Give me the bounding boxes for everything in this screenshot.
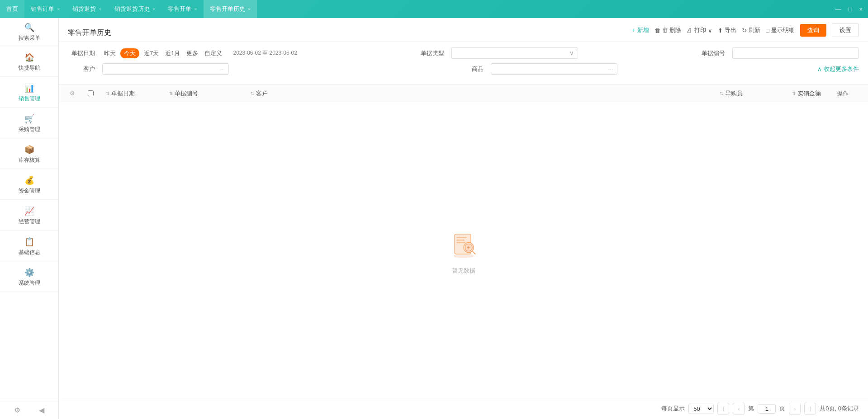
svg-point-0	[453, 254, 474, 258]
tab-sales-return-close[interactable]: ×	[99, 6, 101, 12]
window-close[interactable]: ×	[859, 6, 863, 13]
sidebar-item-system[interactable]: ⚙️ 系统管理	[0, 261, 58, 292]
display-detail-button[interactable]: □ 显示明细	[766, 26, 795, 34]
tab-sales-return-history-close[interactable]: ×	[152, 6, 155, 12]
tab-retail-history[interactable]: 零售开单历史 ×	[204, 0, 257, 18]
window-controls: — □ ×	[835, 6, 868, 13]
sidebar-item-sales[interactable]: 📊 销售管理	[0, 77, 58, 108]
settings-button[interactable]: 设置	[832, 24, 859, 37]
display-label: 显示明细	[771, 26, 795, 34]
collapse-icon[interactable]: ◀	[39, 406, 44, 414]
goods-select[interactable]: ···	[491, 63, 617, 75]
sidebar-item-quick-nav[interactable]: 🏠 快捷导航	[0, 46, 58, 77]
sort-date-icon[interactable]: ⇅	[106, 91, 109, 96]
svg-line-7	[472, 251, 475, 254]
column-customer-label: 客户	[256, 89, 268, 98]
svg-rect-2	[456, 237, 466, 238]
sidebar-search-label: 搜索采单	[19, 34, 40, 42]
print-button[interactable]: 🖨 打印 ∨	[687, 26, 712, 34]
tab-sales-return-history[interactable]: 销货退货历史 ×	[108, 0, 161, 18]
last-page-button[interactable]: ⟩	[804, 403, 816, 414]
tab-retail-history-label: 零售开单历史	[210, 5, 245, 13]
export-button[interactable]: ⬆ 导出	[718, 26, 736, 34]
sort-guide-icon[interactable]: ⇅	[720, 91, 723, 96]
collapse-button[interactable]: ∧ 收起更多条件	[817, 65, 859, 73]
per-page-select[interactable]: 50 10 20 100	[688, 404, 714, 414]
sidebar-search[interactable]: 🔍 搜索采单	[0, 18, 58, 46]
last-page-icon: ⟩	[809, 405, 811, 412]
tab-sales-return-label: 销货退货	[72, 5, 96, 13]
empty-text: 暂无数据	[452, 267, 475, 275]
date-shortcuts: 昨天 今天 近7天 近1月 更多 自定义	[102, 48, 224, 58]
display-checkbox-icon: □	[766, 27, 769, 34]
collapse-label: 收起更多条件	[824, 65, 859, 73]
finance-icon: 💰	[24, 175, 34, 185]
tab-sales-return[interactable]: 销货退货 ×	[66, 0, 108, 18]
delete-button[interactable]: 🗑 🗑 删除	[655, 26, 682, 34]
tab-sales-order[interactable]: 销售订单 ×	[24, 0, 66, 18]
sidebar-item-system-label: 系统管理	[19, 279, 40, 287]
doc-type-select[interactable]: ∨	[451, 47, 578, 59]
goods-dots-icon[interactable]: ···	[608, 66, 613, 72]
next-page-button[interactable]: ›	[789, 403, 801, 414]
prev-page-button[interactable]: ‹	[733, 403, 745, 414]
date-shortcut-last-month[interactable]: 近1月	[163, 48, 182, 58]
prev-page-icon: ‹	[738, 405, 740, 412]
sort-customer-icon[interactable]: ⇅	[251, 91, 254, 96]
refresh-button[interactable]: ↻ 刷新	[742, 26, 760, 34]
customer-filter-label: 客户	[68, 65, 95, 73]
svg-rect-4	[456, 242, 465, 243]
first-page-icon: ⟨	[722, 405, 725, 412]
select-all-checkbox[interactable]	[88, 90, 94, 96]
system-icon: ⚙️	[24, 268, 34, 278]
tab-retail-history-close[interactable]: ×	[248, 6, 251, 12]
add-button[interactable]: + 新增	[632, 26, 649, 34]
tab-retail-open[interactable]: 零售开单 ×	[161, 0, 203, 18]
filter-row-2: 客户 ··· 商品 ··· ∧ 收起更多条件	[68, 63, 859, 75]
export-label: 导出	[725, 26, 736, 34]
tab-home[interactable]: 首页	[0, 0, 24, 18]
sidebar-item-sales-label: 销售管理	[19, 95, 40, 103]
print-label: 打印	[694, 26, 706, 34]
sidebar-item-basic-info[interactable]: 📋 基础信息	[0, 231, 58, 261]
date-shortcut-more[interactable]: 更多	[185, 48, 200, 58]
query-button[interactable]: 查询	[800, 24, 826, 37]
export-icon: ⬆	[718, 27, 723, 34]
date-shortcut-custom[interactable]: 自定义	[203, 48, 224, 58]
date-shortcut-today[interactable]: 今天	[120, 48, 139, 58]
collapse-arrow-icon: ∧	[817, 66, 822, 72]
column-checkbox[interactable]	[84, 90, 102, 96]
doc-no-input[interactable]	[732, 47, 859, 59]
column-date: ⇅ 单据日期	[102, 89, 166, 98]
first-page-button[interactable]: ⟨	[717, 403, 729, 414]
customer-dots-icon[interactable]: ···	[220, 66, 225, 72]
column-gear[interactable]: ⚙	[66, 90, 84, 97]
page-number-input[interactable]: 1	[758, 404, 776, 414]
date-shortcut-yesterday[interactable]: 昨天	[102, 48, 118, 58]
sales-icon: 📊	[24, 83, 34, 93]
purchase-icon: 🛒	[24, 114, 34, 124]
sidebar-item-operations[interactable]: 📈 经营管理	[0, 200, 58, 231]
tab-sales-return-history-label: 销货退货历史	[114, 5, 150, 13]
window-maximize[interactable]: □	[849, 6, 852, 13]
tab-home-label: 首页	[6, 5, 18, 13]
column-action: 操作	[825, 89, 861, 98]
sidebar-item-inventory[interactable]: 📦 库存核算	[0, 138, 58, 169]
column-date-label: 单据日期	[111, 89, 135, 98]
refresh-label: 刷新	[749, 26, 760, 34]
sidebar-item-finance[interactable]: 💰 资金管理	[0, 169, 58, 200]
svg-rect-3	[456, 240, 465, 240]
tab-retail-open-close[interactable]: ×	[194, 6, 197, 12]
sort-amount-icon[interactable]: ⇅	[792, 91, 796, 96]
sort-no-icon[interactable]: ⇅	[169, 91, 173, 96]
delete-icon: 🗑	[655, 27, 660, 34]
page-title: 零售开单历史	[68, 28, 111, 38]
date-shortcut-last7[interactable]: 近7天	[142, 48, 161, 58]
sidebar-item-purchase[interactable]: 🛒 采购管理	[0, 108, 58, 138]
settings-bottom-icon[interactable]: ⚙	[14, 406, 20, 414]
customer-select[interactable]: ···	[102, 63, 229, 75]
tab-sales-order-close[interactable]: ×	[57, 6, 60, 12]
tab-sales-order-label: 销售订单	[31, 5, 54, 13]
window-minimize[interactable]: —	[835, 6, 841, 13]
sidebar-item-quick-nav-label: 快捷导航	[19, 64, 40, 72]
